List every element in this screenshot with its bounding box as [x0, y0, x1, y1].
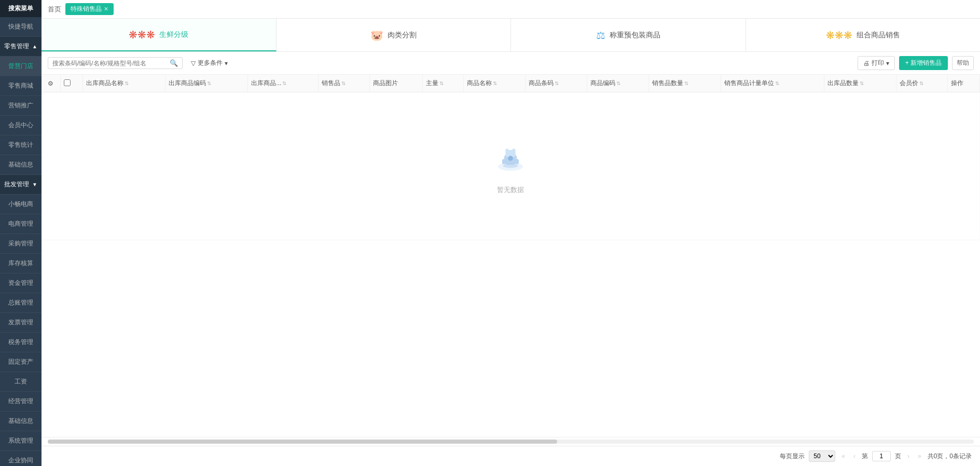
svg-point-7	[505, 149, 508, 153]
col-outqty[interactable]: 出库品数量⇅	[824, 75, 896, 92]
toolbar-left: 🔍 ▽ 更多条件 ▾	[48, 57, 232, 70]
print-dropdown-icon: ▾	[886, 60, 889, 67]
scale-icon: ⚖	[596, 29, 605, 42]
sidebar-item-ledger[interactable]: 总账管理	[0, 293, 42, 313]
sidebar-search-header[interactable]: 搜索菜单	[0, 0, 42, 17]
search-icon: 🔍	[170, 59, 178, 67]
svg-rect-5	[516, 159, 519, 165]
tab-meat-cutting[interactable]: 🐷 肉类分割	[277, 19, 512, 51]
sort-icon-outqty: ⇅	[860, 80, 864, 86]
col-settings[interactable]: ⚙	[42, 75, 60, 92]
col-barcode[interactable]: 商品条码⇅	[525, 75, 587, 92]
sort-icon-outcode: ⇅	[207, 80, 211, 86]
sort-icon-barcode: ⇅	[555, 80, 559, 86]
first-page-button[interactable]: «	[839, 451, 847, 461]
scrollbar-track[interactable]	[48, 440, 974, 444]
toolbar-right: 🖨 打印 ▾ + 新增销售品 帮助	[858, 56, 974, 70]
sidebar-item-system[interactable]: 系统管理	[0, 431, 42, 451]
tab-scale-prepack[interactable]: ⚖ 称重预包装商品	[511, 19, 746, 51]
retail-arrow-icon: ▲	[32, 44, 37, 49]
col-mainqty[interactable]: 主量⇅	[423, 75, 464, 92]
empty-state: 暂无数据	[45, 96, 976, 236]
sidebar-item-inventory[interactable]: 库存核算	[0, 254, 42, 273]
table-body: 暂无数据	[42, 92, 980, 240]
select-all-checkbox[interactable]	[64, 79, 71, 86]
tab-fresh-grading[interactable]: ❋❋❋ 生鲜分级	[42, 19, 277, 51]
col-out-name[interactable]: 出库商品名称⇅	[83, 75, 165, 92]
sidebar-item-wholesale[interactable]: 批发管理 ▼	[0, 175, 42, 195]
wholesale-arrow-icon: ▼	[32, 182, 37, 187]
sidebar-item-basicinfo1[interactable]: 基础信息	[0, 155, 42, 175]
col-checkbox[interactable]	[60, 75, 83, 92]
col-saleitem[interactable]: 销售品⇅	[319, 75, 370, 92]
col-code[interactable]: 商品编码⇅	[587, 75, 648, 92]
sort-icon-unit: ⇅	[775, 80, 779, 86]
svg-rect-4	[502, 159, 505, 165]
sort-icon-saleqty: ⇅	[684, 80, 688, 86]
tab-scale-label: 称重预包装商品	[610, 31, 660, 40]
sidebar-item-retail[interactable]: 零售管理 ▲	[0, 37, 42, 57]
toolbar: 🔍 ▽ 更多条件 ▾ 🖨 打印 ▾ + 新增销售品 帮助	[42, 52, 980, 75]
help-button[interactable]: 帮助	[952, 56, 974, 70]
table-container: ⚙ 出库商品名称⇅ 出库商品编码⇅ 出库商品...⇅ 销售品⇅ 商品图片 主量⇅…	[42, 75, 980, 437]
sidebar-item-fixedassets[interactable]: 固定资产	[0, 352, 42, 372]
empty-icon	[490, 138, 531, 179]
sidebar-item-supervisedstore[interactable]: 督慧门店	[0, 57, 42, 76]
meat-icon: 🐷	[370, 29, 383, 42]
combo-icon: ❋❋❋	[826, 29, 852, 42]
sidebar-item-payroll[interactable]: 工资	[0, 372, 42, 392]
current-page-input[interactable]	[872, 451, 891, 461]
sidebar: 搜索菜单 快捷导航 零售管理 ▲ 督慧门店 零售商城 营销推广 会员中心 零售统…	[0, 0, 42, 466]
search-input[interactable]	[52, 60, 170, 67]
breadcrumb-home[interactable]: 首页	[48, 5, 61, 14]
page-suffix: 页	[895, 452, 901, 461]
tab-row: ❋❋❋ 生鲜分级 🐷 肉类分割 ⚖ 称重预包装商品 ❋❋❋ 组合商品销售	[42, 19, 980, 52]
col-out-code[interactable]: 出库商品编码⇅	[165, 75, 248, 92]
sidebar-item-basicinfo2[interactable]: 基础信息	[0, 412, 42, 431]
sidebar-item-business[interactable]: 经营管理	[0, 392, 42, 412]
col-name[interactable]: 商品名称⇅	[463, 75, 525, 92]
svg-point-8	[512, 149, 515, 153]
sort-icon-outother: ⇅	[282, 80, 286, 86]
sidebar-item-ecommerce-mgmt[interactable]: 电商管理	[0, 214, 42, 234]
sidebar-item-quicknav[interactable]: 快捷导航	[0, 17, 42, 37]
per-page-select[interactable]: 20 50 100	[809, 450, 835, 462]
sidebar-item-finance[interactable]: 资金管理	[0, 273, 42, 293]
filter-label: 更多条件	[198, 59, 223, 67]
search-box[interactable]: 🔍	[48, 57, 183, 69]
sidebar-item-enterprise[interactable]: 企业协同	[0, 451, 42, 466]
page-label: 第	[862, 452, 868, 461]
prev-page-button[interactable]: ‹	[851, 451, 858, 461]
col-unit[interactable]: 销售商品计量单位⇅	[721, 75, 824, 92]
filter-button[interactable]: ▽ 更多条件 ▾	[187, 57, 232, 70]
print-icon: 🖨	[863, 60, 869, 67]
sidebar-item-tax[interactable]: 税务管理	[0, 333, 42, 352]
print-button[interactable]: 🖨 打印 ▾	[858, 56, 895, 70]
col-memberprice[interactable]: 会员价⇅	[896, 75, 948, 92]
next-page-button[interactable]: ›	[905, 451, 912, 461]
sort-icon-name: ⇅	[493, 80, 497, 86]
horizontal-scrollbar[interactable]	[42, 437, 980, 446]
sort-icon-mainqty: ⇅	[439, 80, 444, 86]
close-tag-icon[interactable]: ✕	[104, 6, 108, 12]
col-image: 商品图片	[369, 75, 422, 92]
new-sales-item-button[interactable]: + 新增销售品	[899, 56, 948, 70]
sidebar-item-retailmall[interactable]: 零售商城	[0, 76, 42, 96]
sort-icon-code: ⇅	[616, 80, 620, 86]
scrollbar-thumb[interactable]	[48, 440, 557, 444]
fresh-icon: ❋❋❋	[129, 29, 155, 41]
sidebar-item-ecommerce-small[interactable]: 小畅电商	[0, 195, 42, 214]
col-saleqty[interactable]: 销售品数量⇅	[648, 75, 721, 92]
breadcrumb-tag-label: 特殊销售品	[71, 5, 102, 13]
sort-icon-saleitem: ⇅	[341, 80, 346, 86]
col-out-other[interactable]: 出库商品...⇅	[248, 75, 319, 92]
col-action: 操作	[947, 75, 979, 92]
sidebar-item-invoice[interactable]: 发票管理	[0, 313, 42, 333]
sidebar-item-marketing[interactable]: 营销推广	[0, 96, 42, 116]
sidebar-item-purchase[interactable]: 采购管理	[0, 234, 42, 254]
sort-icon-outname: ⇅	[125, 80, 129, 86]
last-page-button[interactable]: »	[916, 451, 923, 461]
sidebar-item-retailstats[interactable]: 零售统计	[0, 135, 42, 155]
sidebar-item-members[interactable]: 会员中心	[0, 116, 42, 135]
tab-combo-sales[interactable]: ❋❋❋ 组合商品销售	[746, 19, 981, 51]
